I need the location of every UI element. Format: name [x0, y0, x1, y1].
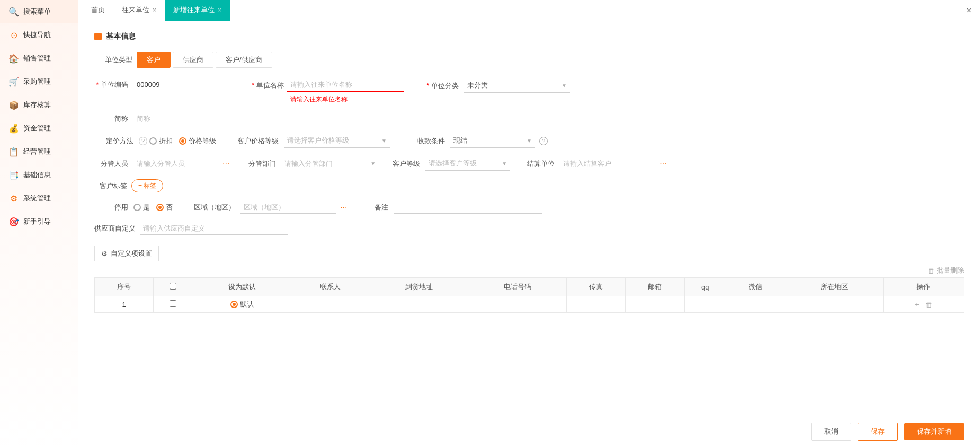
default-label: 默认	[240, 300, 254, 309]
search-icon: 🔍	[8, 6, 19, 17]
sidebar-item-sales[interactable]: 🏠 销售管理	[0, 47, 78, 70]
customer-price-select[interactable]: 请选择客户价格等级 ▼	[284, 134, 390, 148]
short-name-col: 简称	[94, 112, 229, 125]
pricing-level-radio[interactable]	[179, 137, 186, 145]
disabled-yes-option[interactable]: 是	[133, 203, 150, 212]
tab-partners-label: 往来单位	[122, 5, 149, 15]
basic-icon: 📑	[8, 170, 19, 180]
customer-level-label: 客户等级	[391, 159, 423, 169]
table-row: 1 默认	[95, 296, 964, 313]
remark-label: 备注	[370, 203, 391, 212]
customer-level-select[interactable]: 请选择客户等级 ▼	[425, 156, 510, 171]
tab-bar: 首页 往来单位 × 新增往来单位 × ×	[78, 0, 980, 21]
default-radio-option[interactable]: 默认	[197, 300, 288, 309]
pricing-discount-radio[interactable]	[149, 137, 157, 145]
tab-new-partner-label: 新增往来单位	[173, 5, 215, 15]
th-qq: qq	[684, 278, 726, 296]
tab-partners-close[interactable]: ×	[153, 6, 156, 14]
unit-name-input[interactable]	[287, 78, 404, 92]
pricing-help-icon[interactable]: ?	[139, 137, 147, 145]
payment-select[interactable]: 现结 ▼	[450, 134, 535, 148]
row-disabled: 停用 是 否 区域（地区） ···	[94, 201, 964, 214]
save-button[interactable]: 保存	[858, 423, 898, 441]
add-tag-button[interactable]: + 标签	[131, 179, 163, 192]
sidebar-item-ops[interactable]: 📋 经营管理	[0, 140, 78, 163]
disabled-yes-radio[interactable]	[133, 204, 141, 211]
region-more-button[interactable]: ···	[338, 203, 349, 212]
ops-icon: 📋	[8, 146, 19, 157]
sidebar: 🔍 搜索菜单 ⊙ 快捷导航 🏠 销售管理 🛒 采购管理 📦 库存核算 💰 资金管…	[0, 0, 78, 447]
th-seq: 序号	[95, 278, 154, 296]
sidebar-item-finance[interactable]: 💰 资金管理	[0, 117, 78, 140]
cell-default: 默认	[193, 296, 291, 313]
settlement-col: 结算单位 ···	[526, 157, 669, 170]
unit-category-col: 单位分类 未分类 ▼	[425, 78, 570, 93]
guide-icon: 🎯	[8, 216, 19, 227]
purchase-icon: 🛒	[8, 76, 19, 87]
manager-input[interactable]	[133, 157, 218, 170]
th-wechat: 微信	[726, 278, 785, 296]
customer-price-col: 客户价格等级 请选择客户价格等级 ▼	[237, 134, 390, 148]
remark-input[interactable]	[394, 201, 542, 214]
row-supplier-def: 供应商自定义	[94, 222, 964, 235]
sidebar-item-basic[interactable]: 📑 基础信息	[0, 163, 78, 187]
unit-code-input[interactable]	[133, 78, 229, 91]
disabled-radio-group: 是 否	[133, 203, 173, 212]
settlement-label: 结算单位	[526, 159, 558, 169]
sidebar-item-quick-nav[interactable]: ⊙ 快捷导航	[0, 23, 78, 47]
add-row-button[interactable]: +	[915, 301, 919, 309]
sidebar-item-guide[interactable]: 🎯 新手引导	[0, 210, 78, 233]
sidebar-item-search[interactable]: 🔍 搜索菜单	[0, 0, 78, 23]
cell-seq: 1	[95, 296, 154, 313]
tab-new-partner-close[interactable]: ×	[218, 6, 221, 14]
th-email: 邮箱	[626, 278, 684, 296]
sidebar-item-system[interactable]: ⚙ 系统管理	[0, 187, 78, 210]
batch-delete-label[interactable]: 批量删除	[937, 266, 964, 275]
customer-level-placeholder: 请选择客户等级	[429, 159, 477, 168]
disabled-no-radio[interactable]	[156, 204, 164, 211]
chevron-down-icon-3: ▼	[527, 138, 532, 144]
region-input[interactable]	[240, 201, 336, 214]
disabled-label: 停用	[94, 203, 131, 212]
th-phone: 电话号码	[468, 278, 567, 296]
customer-price-placeholder: 请选择客户价格等级	[287, 136, 349, 145]
system-icon: ⚙	[8, 193, 19, 204]
manager-more-button[interactable]: ···	[220, 159, 231, 169]
settlement-more-button[interactable]: ···	[657, 159, 669, 169]
sidebar-item-purchase[interactable]: 🛒 采购管理	[0, 70, 78, 93]
disabled-no-option[interactable]: 否	[156, 203, 173, 212]
select-all-checkbox[interactable]	[170, 283, 176, 290]
sidebar-label-quick-nav: 快捷导航	[23, 30, 51, 40]
tab-home[interactable]: 首页	[83, 0, 113, 21]
row-checkbox[interactable]	[170, 300, 176, 307]
pricing-discount-option[interactable]: 折扣	[149, 136, 173, 146]
custom-settings-button[interactable]: ⚙ 自定义项设置	[94, 246, 159, 261]
sidebar-item-inventory[interactable]: 📦 库存核算	[0, 93, 78, 117]
cancel-button[interactable]: 取消	[811, 423, 851, 441]
unit-type-both-button[interactable]: 客户/供应商	[216, 52, 272, 68]
supplier-def-input[interactable]	[140, 222, 288, 235]
row-short-name: 简称	[94, 112, 964, 125]
th-default: 设为默认	[193, 278, 291, 296]
gear-icon: ⚙	[101, 250, 108, 258]
unit-category-label: 单位分类	[425, 81, 462, 91]
save-and-new-button[interactable]: 保存并新增	[904, 423, 964, 440]
dept-input[interactable]	[281, 157, 366, 170]
close-all-tabs-button[interactable]: ×	[963, 6, 976, 15]
region-col: 区域（地区） ···	[194, 201, 349, 214]
tab-partners[interactable]: 往来单位 ×	[113, 0, 165, 21]
custom-settings-label: 自定义项设置	[111, 249, 152, 258]
disabled-no-label: 否	[166, 203, 173, 212]
unit-type-customer-button[interactable]: 客户	[137, 52, 171, 68]
th-contact: 联系人	[291, 278, 370, 296]
pricing-level-option[interactable]: 价格等级	[179, 136, 216, 146]
delete-row-button[interactable]: 🗑	[925, 301, 932, 309]
unit-category-select[interactable]: 未分类 ▼	[464, 78, 570, 93]
short-name-label: 简称	[94, 114, 131, 124]
short-name-input[interactable]	[133, 112, 229, 125]
settlement-input[interactable]	[560, 157, 655, 170]
default-radio[interactable]	[230, 301, 238, 308]
unit-type-supplier-button[interactable]: 供应商	[173, 52, 213, 68]
payment-help-icon[interactable]: ?	[539, 137, 548, 145]
tab-new-partner[interactable]: 新增往来单位 ×	[165, 0, 230, 21]
